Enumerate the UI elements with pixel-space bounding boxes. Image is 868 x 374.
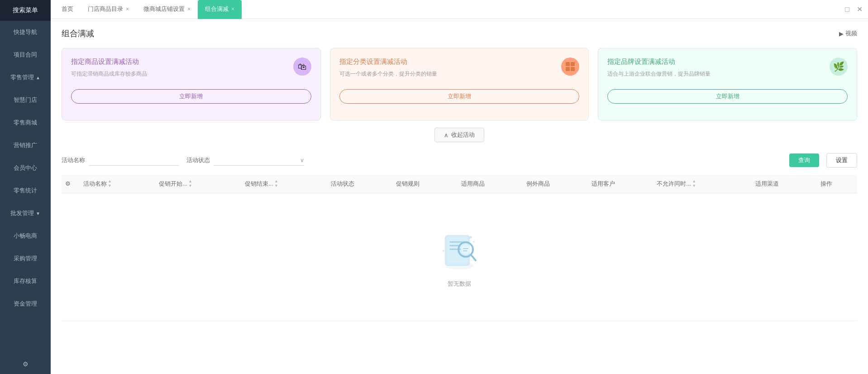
expand-arrow-icon: ▲	[36, 75, 40, 80]
empty-icon	[74, 226, 844, 273]
th-promo-start[interactable]: 促销开始... ▲▼	[155, 175, 241, 193]
tab-store-catalog[interactable]: 门店商品目录 ×	[81, 0, 136, 19]
activity-status-field: 活动状态 ∨	[186, 155, 304, 166]
sidebar: 搜索菜单 快捷导航 项目合同 零售管理 ▲ 智慧门店 零售商城 营销推广 会员中…	[0, 0, 51, 374]
svg-rect-13	[463, 248, 468, 249]
activity-cards: 指定商品设置满减活动 🛍 可指定滞销商品或库存较多商品 立即新增 指定分类设置满…	[62, 48, 857, 120]
collapse-activity-btn[interactable]: ∧ 收起活动	[434, 128, 484, 142]
expand-arrow-icon-2: ▼	[36, 211, 40, 216]
settings-icon: ⚙	[23, 360, 29, 368]
product-card-title: 指定商品设置满减活动	[71, 58, 311, 66]
product-card-add-btn[interactable]: 立即新增	[71, 89, 311, 104]
empty-state-row: 暂无数据	[62, 193, 857, 321]
th-applicable-goods: 适用商品	[458, 175, 523, 193]
svg-rect-7	[449, 241, 463, 243]
empty-illustration	[432, 226, 486, 271]
query-button[interactable]: 查询	[789, 153, 819, 167]
svg-rect-3	[571, 67, 575, 71]
empty-state: 暂无数据	[65, 199, 854, 315]
tab-close-combo-discount[interactable]: ×	[231, 6, 234, 12]
sidebar-item-purchase-mgmt[interactable]: 采购管理	[0, 247, 51, 270]
sidebar-item-retail-stats[interactable]: 零售统计	[0, 179, 51, 202]
tab-wechat-store[interactable]: 微商城店铺设置 ×	[136, 0, 198, 19]
collapse-bar: ∧ 收起活动	[62, 128, 857, 142]
sidebar-item-wholesale-mgmt[interactable]: 批发管理 ▼	[0, 202, 51, 225]
page-content: 组合满减 ▶ 视频 指定商品设置满减活动 🛍 可指定滞销商品或库存较多商品 立即…	[51, 19, 868, 374]
page-header: 组合满减 ▶ 视频	[62, 28, 857, 39]
svg-point-15	[469, 236, 472, 239]
tab-bar: 首页 门店商品目录 × 微商城店铺设置 × 组合满减 × □ ✕	[51, 0, 868, 19]
tab-home[interactable]: 首页	[54, 0, 81, 19]
video-link[interactable]: ▶ 视频	[839, 29, 857, 38]
sidebar-search-label: 搜索菜单	[13, 6, 38, 14]
bag-icon: 🛍	[298, 62, 307, 72]
sidebar-item-smart-store[interactable]: 智慧门店	[0, 89, 51, 111]
table-header-row: ⚙ 活动名称 ▲▼ 促销开始... ▲▼	[62, 175, 857, 193]
th-promo-rule: 促销规则	[392, 175, 458, 193]
sidebar-item-retail-mgmt[interactable]: 零售管理 ▲	[0, 66, 51, 89]
activity-name-input[interactable]	[89, 155, 179, 166]
brand-card-title: 指定品牌设置满减活动	[607, 58, 848, 66]
brand-card-desc: 适合与上游企业联合做营销，提升品牌销量	[607, 70, 848, 78]
play-icon: ▶	[839, 30, 844, 37]
th-not-allow-same[interactable]: 不允许同时... ▲▼	[653, 175, 752, 193]
svg-rect-0	[566, 62, 570, 66]
svg-point-11	[461, 245, 471, 254]
activity-name-label: 活动名称	[62, 156, 85, 164]
empty-text: 暂无数据	[74, 280, 844, 288]
tab-combo-discount[interactable]: 组合满减 ×	[198, 0, 242, 19]
grid-icon	[565, 61, 576, 72]
category-card-desc: 可选一个或者多个分类，提升分类的销量	[339, 70, 580, 78]
search-bar: 活动名称 活动状态 ∨ 查询 设置	[62, 153, 857, 168]
th-promo-end[interactable]: 促销结束... ▲▼	[241, 175, 327, 193]
sort-activity-name-icon: ▲▼	[108, 179, 112, 188]
sidebar-item-xiaochangec[interactable]: 小畅电商	[0, 225, 51, 247]
sidebar-search[interactable]: 搜索菜单	[0, 0, 51, 21]
category-activity-card: 指定分类设置满减活动 可选一个或者多个分类，提升分类的销量 立即新增	[330, 48, 589, 120]
svg-rect-2	[566, 67, 570, 71]
gear-icon: ⚙	[65, 180, 71, 187]
activity-name-field: 活动名称	[62, 155, 179, 166]
product-card-icon: 🛍	[293, 58, 311, 76]
activity-status-select[interactable]: ∨	[214, 155, 304, 166]
sidebar-item-inventory[interactable]: 库存核算	[0, 270, 51, 292]
sidebar-item-marketing[interactable]: 营销推广	[0, 134, 51, 157]
th-activity-status: 活动状态	[327, 175, 392, 193]
svg-rect-1	[571, 62, 575, 66]
sort-not-allow-same-icon: ▲▼	[692, 179, 696, 188]
sort-promo-start-icon: ▲▼	[188, 179, 192, 188]
svg-rect-14	[463, 250, 467, 251]
product-activity-card: 指定商品设置满减活动 🛍 可指定滞销商品或库存较多商品 立即新增	[62, 48, 321, 120]
category-card-title: 指定分类设置满减活动	[339, 58, 580, 66]
window-controls: □ ✕	[843, 3, 864, 15]
tab-close-store-catalog[interactable]: ×	[126, 6, 129, 12]
main-area: 首页 门店商品目录 × 微商城店铺设置 × 组合满减 × □ ✕ 组合满减 ▶ …	[51, 0, 868, 374]
setting-button[interactable]: 设置	[826, 153, 857, 168]
category-card-add-btn[interactable]: 立即新增	[339, 89, 580, 104]
activity-status-label: 活动状态	[186, 156, 210, 164]
svg-point-16	[473, 241, 475, 243]
sort-promo-end-icon: ▲▼	[274, 179, 278, 188]
th-activity-name[interactable]: 活动名称 ▲▼	[80, 175, 155, 193]
brand-card-add-btn[interactable]: 立即新增	[607, 89, 848, 104]
th-settings[interactable]: ⚙	[62, 175, 80, 193]
sidebar-item-project-contract[interactable]: 项目合同	[0, 43, 51, 66]
window-close-btn[interactable]: ✕	[855, 3, 864, 15]
th-applicable-customer: 适用客户	[588, 175, 653, 193]
tab-close-wechat-store[interactable]: ×	[187, 6, 191, 12]
table-body: 暂无数据	[62, 193, 857, 321]
page-title: 组合满减	[62, 28, 94, 39]
data-table: ⚙ 活动名称 ▲▼ 促销开始... ▲▼	[62, 175, 857, 321]
svg-line-12	[471, 254, 476, 260]
sidebar-item-retail-mall[interactable]: 零售商城	[0, 111, 51, 134]
window-restore-btn[interactable]: □	[843, 4, 851, 15]
brand-card-icon: 🌿	[830, 58, 848, 76]
sidebar-item-quick-nav[interactable]: 快捷导航	[0, 21, 51, 43]
th-operation: 操作	[817, 175, 857, 193]
leaf-icon: 🌿	[833, 61, 844, 72]
sidebar-item-finance-mgmt[interactable]: 资金管理	[0, 292, 51, 315]
sidebar-item-member-center[interactable]: 会员中心	[0, 157, 51, 179]
brand-activity-card: 指定品牌设置满减活动 🌿 适合与上游企业联合做营销，提升品牌销量 立即新增	[598, 48, 857, 120]
collapse-chevron-icon: ∧	[444, 132, 448, 139]
sidebar-settings[interactable]: ⚙	[0, 354, 51, 374]
